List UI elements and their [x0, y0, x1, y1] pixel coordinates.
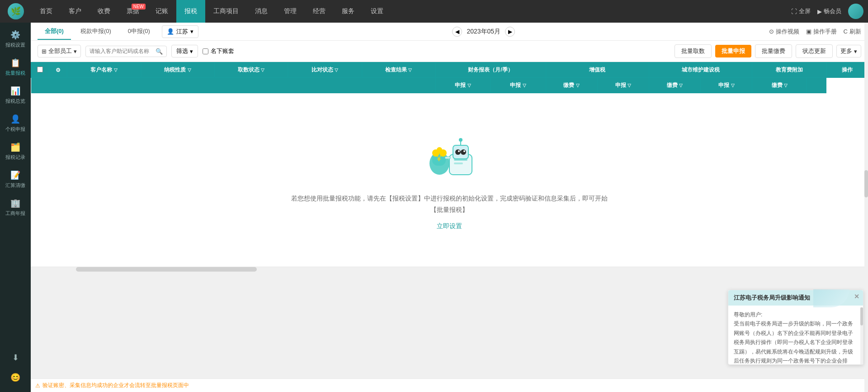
- sort-icon: ▽: [188, 67, 191, 72]
- operation-video-link[interactable]: ⊙ 操作视频: [769, 28, 799, 36]
- person-icon: 👤: [167, 28, 174, 35]
- nav-settings[interactable]: 设置: [363, 0, 392, 23]
- next-month-button[interactable]: ▶: [505, 27, 515, 37]
- sort-icon: ▽: [114, 67, 118, 72]
- video-icon: ⊙: [769, 28, 774, 35]
- month-navigation: ◀ 2023年05月 ▶: [452, 27, 515, 37]
- sidebar-item-batch-tax[interactable]: 📋 批量报税: [0, 53, 31, 81]
- logo[interactable]: 🌿: [5, 0, 27, 23]
- tax-records-icon: 🗂️: [10, 142, 21, 153]
- sidebar-bottom: ⬇ 😊: [0, 348, 31, 392]
- more-selector[interactable]: 更多 ▾: [836, 45, 861, 57]
- notification-content: 受当前电子税务局进一步升级的影响，同一个政务网账号（办税人）名下的企业不能再同时…: [734, 319, 858, 364]
- sidebar-item-annual-settlement[interactable]: 📝 汇算清缴: [0, 165, 31, 193]
- th-checkbox: [31, 62, 49, 78]
- th-edu-declare: 申报 ▽: [701, 78, 752, 93]
- nav-operation[interactable]: 经营: [305, 0, 334, 23]
- batch-tax-icon: 📋: [10, 57, 21, 68]
- tab-zero-declare[interactable]: 0申报(0): [121, 24, 157, 40]
- sidebar-item-personal-tax[interactable]: 👤 个税申报: [0, 109, 31, 137]
- empty-main-text: 若您想使用批量报税功能，请先在【报税设置】中进行报税的初始化设置，完成密码验证和…: [291, 193, 608, 215]
- setup-link[interactable]: 立即设置: [437, 222, 462, 230]
- batch-fetch-button[interactable]: 批量取数: [675, 44, 712, 58]
- tab-all[interactable]: 全部(0): [38, 24, 71, 40]
- empty-state: ¥: [31, 93, 868, 267]
- svg-point-9: [461, 149, 466, 155]
- sidebar-item-download[interactable]: ⬇: [0, 348, 31, 368]
- sort-icon: ▽: [335, 67, 338, 72]
- prev-month-button[interactable]: ◀: [452, 27, 462, 37]
- filter-icon: ⊞: [42, 48, 47, 55]
- warning-icon: ⚠: [35, 382, 40, 389]
- notification-scrollbar[interactable]: [860, 307, 863, 364]
- tab-tax-declare[interactable]: 税款申报(0): [73, 24, 118, 40]
- annual-settlement-icon: 📝: [10, 170, 21, 181]
- status-update-button[interactable]: 状态更新: [796, 44, 833, 58]
- membership-button[interactable]: ▶ 畅会员: [817, 7, 841, 15]
- nav-service[interactable]: 服务: [334, 0, 363, 23]
- th-spacer: [31, 78, 436, 93]
- account-checkbox[interactable]: [203, 48, 208, 54]
- sidebar-item-tax-records[interactable]: 🗂️ 报税记录: [0, 137, 31, 165]
- sort-icon: ▽: [627, 83, 631, 88]
- nav-bill[interactable]: 票据 NEW: [118, 0, 147, 23]
- sort-icon: ▽: [408, 67, 412, 72]
- user-avatar[interactable]: [848, 4, 863, 19]
- th-financial-declare: 申报 ▽: [435, 78, 491, 93]
- play-icon: ▶: [817, 8, 822, 15]
- select-all-checkbox[interactable]: [37, 67, 43, 72]
- sort-icon: ▽: [523, 83, 526, 88]
- sort-icon: ▽: [784, 83, 788, 88]
- nav-customer[interactable]: 客户: [61, 0, 90, 23]
- logo-icon: 🌿: [11, 6, 21, 16]
- notification-close-button[interactable]: ✕: [854, 293, 859, 300]
- nav-accounting[interactable]: 记账: [147, 0, 176, 23]
- chevron-down-icon: ▾: [190, 48, 193, 55]
- operation-manual-link[interactable]: ▣ 操作手册: [806, 28, 837, 36]
- search-input[interactable]: [90, 48, 154, 54]
- th-edu-pay: 缴费 ▽: [752, 78, 807, 93]
- th-operation: 操作: [826, 62, 868, 78]
- download-icon: ⬇: [10, 352, 21, 363]
- svg-point-5: [437, 147, 442, 153]
- batch-pay-button[interactable]: 批量缴费: [755, 44, 792, 58]
- th-settings: ⚙: [49, 62, 67, 78]
- notification-scroll-thumb: [860, 307, 863, 325]
- sidebar-item-tax-settings[interactable]: ⚙️ 报税设置: [0, 25, 31, 53]
- nav-tax[interactable]: 报税: [176, 0, 205, 23]
- fullscreen-button[interactable]: ⛶ 全屏: [791, 7, 811, 15]
- sidebar-item-profile[interactable]: 😊: [0, 368, 31, 387]
- batch-declare-button[interactable]: 批量申报: [715, 45, 751, 57]
- th-op-spacer: [807, 78, 826, 93]
- nav-message[interactable]: 消息: [247, 0, 276, 23]
- nav-home[interactable]: 首页: [32, 0, 61, 23]
- employee-selector[interactable]: ⊞ 全部员工 ▾: [38, 45, 81, 57]
- sidebar: ⚙️ 报税设置 📋 批量报税 📊 报税总览 👤 个税申报 🗂️ 报税记录 📝 汇…: [0, 23, 31, 392]
- horizontal-scrollbar[interactable]: [31, 267, 868, 271]
- nav-industry[interactable]: 工商项目: [205, 0, 247, 23]
- robot-illustration: ¥: [422, 129, 476, 184]
- sort-icon: ▽: [261, 67, 264, 72]
- right-resize-handle[interactable]: [864, 23, 868, 392]
- th-vat-declare: 申报 ▽: [491, 78, 546, 93]
- svg-point-11: [463, 150, 465, 152]
- manual-icon: ▣: [806, 28, 811, 35]
- svg-point-10: [458, 150, 460, 152]
- checkbox-account[interactable]: 名下账套: [203, 47, 234, 55]
- nav-fee[interactable]: 收费: [90, 0, 118, 23]
- search-icon: 🔍: [156, 48, 163, 55]
- sidebar-item-annual-report[interactable]: 🏢 工商年报: [0, 193, 31, 221]
- sort-icon: ▽: [467, 83, 471, 88]
- svg-rect-14: [454, 159, 467, 161]
- nav-bill-badge: NEW: [132, 4, 146, 10]
- region-selector[interactable]: 👤 江苏 ▾: [162, 25, 198, 38]
- toolbar-right: 批量取数 批量申报 批量缴费 状态更新 更多 ▾: [675, 44, 861, 58]
- logo-circle: 🌿: [8, 3, 24, 19]
- table-wrapper: ⚙ 客户名称 ▽ 纳税性质 ▽ 取数状态 ▽: [31, 62, 868, 267]
- refresh-link[interactable]: C 刷新: [844, 28, 861, 36]
- personal-tax-icon: 👤: [10, 114, 21, 124]
- sidebar-item-tax-overview[interactable]: 📊 报税总览: [0, 81, 31, 109]
- nav-manage[interactable]: 管理: [276, 0, 305, 23]
- notification-decoration: [813, 289, 849, 307]
- filter-button[interactable]: 筛选 ▾: [171, 45, 198, 57]
